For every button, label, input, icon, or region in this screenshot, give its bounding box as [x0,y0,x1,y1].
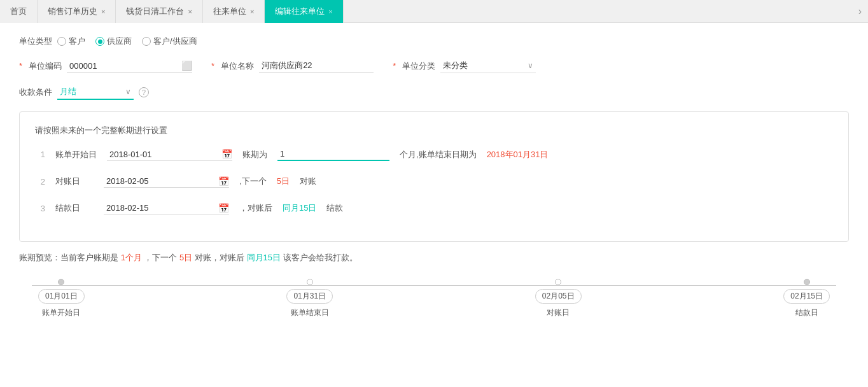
main-content: 单位类型 客户 供应商 客户/供应商 * 单位编码 [0,23,868,387]
tl-badge-end: 01月31日 [286,289,333,304]
row-2-highlight: 5日 [277,176,290,187]
radio-customer-label: 客户 [69,36,85,47]
row-1-num: 1 [35,150,45,159]
tabs-expand-icon[interactable]: › [852,6,868,17]
unit-category-label: 单位分类 [402,60,435,72]
tab-partner[interactable]: 往来单位 × [203,0,265,23]
tab-sales-history-label: 销售订单历史 [48,6,97,17]
row-3-date-field[interactable] [104,202,216,214]
tl-label-start: 账单开始日 [42,307,80,318]
tl-badge-start: 01月01日 [38,289,85,304]
row-2-date-field[interactable] [104,175,216,187]
tl-label-reconcile: 对账日 [547,307,570,318]
setting-row-1: 1 账单开始日 📅 账期为 个月,账单结束日期为 2018年01月31日 [35,148,833,161]
unit-type-field: 单位类型 客户 供应商 客户/供应商 [19,36,197,47]
payment-chevron-icon: ∨ [125,87,131,96]
radio-both-label: 客户/供应商 [153,36,197,47]
tab-sales-history[interactable]: 销售订单历史 × [38,0,116,23]
preview-prefix: 账期预览：当前客户账期是 [19,253,118,262]
tl-dot-reconcile [555,279,561,285]
timeline-points: 01月01日 账单开始日 01月31日 账单结束日 02月05日 对账日 02月… [38,279,830,318]
row-1-date-input: 📅 [107,148,232,161]
radio-supplier[interactable]: 供应商 [95,36,132,47]
preview-mid1: ，下一个 [144,253,177,262]
tl-label-end: 账单结束日 [291,307,329,318]
radio-supplier-label: 供应商 [107,36,132,47]
tab-home[interactable]: 首页 [0,0,38,23]
unit-code-input[interactable] [67,60,179,72]
unit-type-radio-group: 客户 供应商 客户/供应商 [57,36,197,47]
row-2-date-input: 📅 [104,175,229,188]
preview-part1: 1个月 [121,253,142,262]
tab-sales-history-close-icon[interactable]: × [101,8,105,15]
radio-both-circle [142,37,151,46]
row-3-suffix-after: 结款 [326,202,343,214]
preview-mid2: 对账，对账后 [195,253,244,262]
tl-dot-end [307,279,313,285]
unit-type-label: 单位类型 [19,36,52,47]
payment-select[interactable]: 月结 ∨ [57,85,134,100]
unit-code-field: * 单位编码 ⬜ [19,60,192,73]
unit-category-value: 未分类 [443,60,525,71]
row-2-suffix-after: 对账 [300,176,316,187]
preview-part3: 同月15日 [247,253,281,262]
unit-category-select[interactable]: 未分类 ∨ [440,59,536,73]
timeline-point-start: 01月01日 账单开始日 [38,279,85,318]
row-3-num: 3 [35,204,45,213]
row-3-highlight: 同月15日 [283,202,316,214]
tl-dot-pay [804,279,810,285]
unit-name-input[interactable] [259,60,374,73]
tl-dot-start [58,279,64,285]
unit-category-field: * 单位分类 未分类 ∨ [393,59,536,73]
preview-suffix: 该客户会给我打款。 [283,253,358,262]
help-icon[interactable]: ? [139,87,149,97]
unit-category-chevron-icon: ∨ [528,61,533,70]
unit-name-star: * [211,61,214,71]
row-3-label: 结款日 [55,202,94,214]
row-2-label: 对账日 [55,176,94,187]
row-2-calendar-icon[interactable]: 📅 [218,176,229,186]
tl-label-pay: 结款日 [795,307,818,318]
unit-code-label: 单位编码 [29,60,62,72]
tab-partner-close-icon[interactable]: × [250,8,254,15]
tab-cash-work-label: 钱货日清工作台 [126,6,184,17]
tab-cash-work[interactable]: 钱货日清工作台 × [116,0,202,23]
payment-field: 收款条件 月结 ∨ ? [19,85,149,100]
tab-edit-partner[interactable]: 编辑往来单位 × [265,0,343,23]
row-3-calendar-icon[interactable]: 📅 [218,203,229,213]
payment-row: 收款条件 月结 ∨ ? [19,85,849,100]
tab-edit-partner-close-icon[interactable]: × [328,8,332,15]
row-1-suffix-before: 账期为 [242,149,267,160]
row-1-calendar-icon[interactable]: 📅 [221,149,232,159]
unit-info-row: * 单位编码 ⬜ * 单位名称 * 单位分类 未分类 ∨ [19,59,849,73]
radio-both[interactable]: 客户/供应商 [142,36,197,47]
timeline-point-pay: 02月15日 结款日 [783,279,830,318]
payment-label: 收款条件 [19,87,52,98]
tab-edit-partner-label: 编辑往来单位 [275,6,325,17]
box-title: 请按照未来的一个完整帐期进行设置 [35,125,833,136]
unit-name-field: * 单位名称 [211,60,374,73]
unit-category-star: * [393,61,396,71]
radio-customer[interactable]: 客户 [57,36,85,47]
unit-name-label: 单位名称 [221,60,254,72]
tl-badge-reconcile: 02月05日 [535,289,582,304]
unit-code-copy-icon[interactable]: ⬜ [181,60,192,71]
row-1-label: 账单开始日 [55,149,97,160]
payment-value: 月结 [60,86,123,97]
row-2-num: 2 [35,177,45,186]
unit-type-row: 单位类型 客户 供应商 客户/供应商 [19,36,849,47]
period-input [277,148,389,161]
tabs-bar: 首页 销售订单历史 × 钱货日清工作台 × 往来单位 × 编辑往来单位 × › [0,0,868,23]
preview-section: 账期预览：当前客户账期是 1个月 ，下一个 5日 对账，对账后 同月15日 该客… [19,252,849,264]
timeline-point-end: 01月31日 账单结束日 [286,279,333,318]
row-1-date-field[interactable] [107,148,219,160]
tab-home-label: 首页 [10,6,27,17]
setting-row-2: 2 对账日 📅 ,下一个 5日 对账 [35,175,833,188]
tl-badge-pay: 02月15日 [783,289,830,304]
setting-row-3: 3 结款日 📅 ，对账后 同月15日 结款 [35,202,833,215]
unit-code-input-wrapper: ⬜ [67,60,192,73]
row-2-suffix-comma: ,下一个 [239,176,267,187]
tab-cash-work-close-icon[interactable]: × [188,8,192,15]
row-3-suffix-comma: ，对账后 [239,202,272,214]
period-value-input[interactable] [277,148,389,160]
